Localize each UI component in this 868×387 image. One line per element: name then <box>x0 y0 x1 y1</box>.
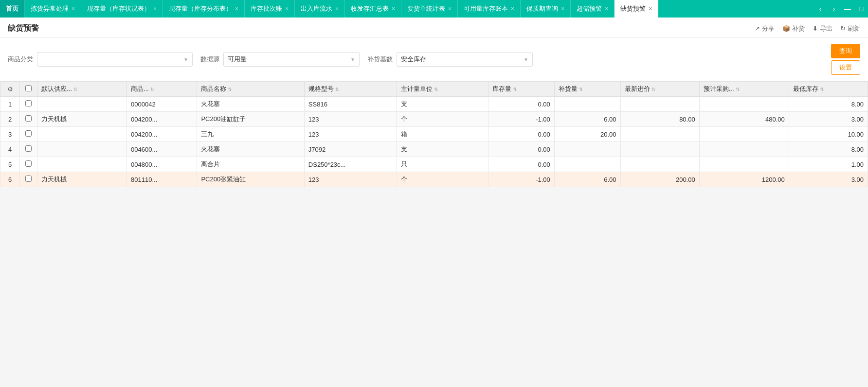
column-header-spec[interactable]: 规格型号⇅ <box>304 82 397 97</box>
column-header-unit[interactable]: 主计量单位⇅ <box>397 82 488 97</box>
supplement-button[interactable]: 📦 补货 <box>782 24 805 33</box>
tab-close-icon[interactable]: × <box>72 5 75 12</box>
tab-close-icon[interactable]: × <box>561 5 564 12</box>
column-header-latest-price[interactable]: 最新进价⇅ <box>620 82 699 97</box>
tab-label: 要货单统计表 <box>407 4 445 13</box>
cell-unit: 个 <box>397 172 488 187</box>
column-header-name[interactable]: 商品名称⇅ <box>197 82 304 97</box>
tab-出入库流水[interactable]: 出入库流水 × <box>295 0 345 18</box>
table-row: 1 0000042 火花塞 SS816 支 0.00 8.00 <box>0 97 868 112</box>
tab-close-icon[interactable]: × <box>335 5 339 12</box>
tab-label: 出入库流水 <box>301 4 332 13</box>
cell-code: 004200... <box>127 112 197 127</box>
tab-可用量库存账本[interactable]: 可用量库存账本 × <box>458 0 521 18</box>
row-checkbox[interactable] <box>25 100 32 106</box>
refresh-icon: ↻ <box>840 25 846 32</box>
tab-保质期查询[interactable]: 保质期查询 × <box>521 0 571 18</box>
tab-库存状况表[interactable]: 现存量（库存状况表） × <box>81 0 163 18</box>
column-header-min-stock[interactable]: 最低库存⇅ <box>789 82 868 97</box>
table-row: 2 力天机械 004200... PC200油缸缸子 123 个 -1.00 6… <box>0 112 868 127</box>
table-settings-icon[interactable]: ⚙ <box>4 86 16 93</box>
share-icon: ↗ <box>755 25 760 32</box>
table-header-row: ⚙ 默认供应...⇅ 商品...⇅ 商品名称⇅ 规格型号⇅ <box>0 82 868 97</box>
tab-close-icon[interactable]: × <box>448 5 452 12</box>
refresh-button[interactable]: ↻ 刷新 <box>840 24 860 33</box>
cell-spec: J7092 <box>304 142 397 157</box>
tab-close-icon[interactable]: × <box>605 5 608 12</box>
tab-minimize-button[interactable]: — <box>841 0 854 18</box>
cell-latest-price <box>620 142 699 157</box>
row-checkbox-cell <box>20 112 37 127</box>
table-container: ⚙ 默认供应...⇅ 商品...⇅ 商品名称⇅ 规格型号⇅ <box>0 81 868 187</box>
tab-超储预警[interactable]: 超储预警 × <box>571 0 615 18</box>
tab-maximize-button[interactable]: □ <box>854 0 868 18</box>
cell-name: 火花塞 <box>197 142 304 157</box>
cell-latest-price <box>620 127 699 142</box>
tab-label: 收发存汇总表 <box>351 4 389 13</box>
cell-replenish: 6.00 <box>554 112 620 127</box>
tab-异常处理[interactable]: 拣货异常处理 × <box>25 0 81 18</box>
row-checkbox[interactable] <box>25 130 32 137</box>
tab-close-icon[interactable]: × <box>649 5 652 12</box>
setting-button[interactable]: 设置 <box>831 60 860 75</box>
column-header-stock[interactable]: 库存量⇅ <box>488 82 555 97</box>
page-header: 缺货预警 ↗ 分享 📦 补货 ⬇ 导出 ↻ 刷新 <box>0 18 868 38</box>
column-header-code[interactable]: 商品...⇅ <box>127 82 197 97</box>
tab-scroll-right-button[interactable]: › <box>827 0 841 18</box>
cell-name: 三九 <box>197 127 304 142</box>
tab-批次账[interactable]: 库存批次账 × <box>245 0 295 18</box>
tab-close-icon[interactable]: × <box>511 5 514 12</box>
tab-home[interactable]: 首页 <box>0 0 25 18</box>
query-button[interactable]: 查询 <box>831 44 860 58</box>
cell-spec: 123 <box>304 172 397 187</box>
replenish-select[interactable]: 安全库存 ▼ <box>397 52 533 67</box>
tab-缺货预警[interactable]: 缺货预警 × <box>615 0 658 18</box>
column-header-replenish[interactable]: 补货量⇅ <box>554 82 620 97</box>
row-number: 5 <box>0 157 20 172</box>
tab-close-icon[interactable]: × <box>235 5 238 12</box>
row-checkbox[interactable] <box>25 115 32 122</box>
replenish-select-value: 安全库存 <box>401 55 426 64</box>
row-number: 3 <box>0 127 20 142</box>
cell-code: 004600... <box>127 142 197 157</box>
tab-close-icon[interactable]: × <box>392 5 395 12</box>
tab-要货单统计表[interactable]: 要货单统计表 × <box>401 0 458 18</box>
cell-replenish: 6.00 <box>554 172 620 187</box>
header-actions: ↗ 分享 📦 补货 ⬇ 导出 ↻ 刷新 <box>755 24 860 33</box>
row-checkbox[interactable] <box>25 160 32 167</box>
cell-min-stock: 1.00 <box>789 157 868 172</box>
cell-estimated: 480.00 <box>699 112 789 127</box>
cell-replenish <box>554 97 620 112</box>
tab-label: 现存量（库存分布表） <box>169 4 232 13</box>
table-row: 5 004800... 离合片 DS250*23c... 只 0.00 1.00 <box>0 157 868 172</box>
category-chevron-down-icon: ▼ <box>183 57 188 62</box>
row-checkbox[interactable] <box>25 176 32 182</box>
row-checkbox[interactable] <box>25 145 32 152</box>
tab-close-icon[interactable]: × <box>285 5 289 12</box>
tab-收发存汇总表[interactable]: 收发存汇总表 × <box>345 0 401 18</box>
column-header-estimated[interactable]: 预计采购...⇅ <box>699 82 789 97</box>
row-number: 1 <box>0 97 20 112</box>
column-header-supplier[interactable]: 默认供应...⇅ <box>37 82 127 97</box>
cell-min-stock: 10.00 <box>789 127 868 142</box>
refresh-label: 刷新 <box>848 24 860 33</box>
column-header-settings[interactable]: ⚙ <box>0 82 20 97</box>
select-all-checkbox[interactable] <box>25 85 32 91</box>
tab-库存分布表[interactable]: 现存量（库存分布表） × <box>163 0 245 18</box>
sort-icon: ⇅ <box>513 87 517 92</box>
row-number: 2 <box>0 112 20 127</box>
cell-supplier <box>37 142 127 157</box>
share-label: 分享 <box>762 24 775 33</box>
tab-close-icon[interactable]: × <box>153 5 157 12</box>
category-select[interactable]: ▼ <box>37 52 193 67</box>
page-title: 缺货预警 <box>8 23 39 34</box>
cell-supplier <box>37 127 127 142</box>
tab-home-label: 首页 <box>6 4 18 13</box>
tab-scroll-left-button[interactable]: ‹ <box>814 0 827 18</box>
cell-supplier: 力天机械 <box>37 172 127 187</box>
datasource-select[interactable]: 可用量 ▼ <box>223 52 360 67</box>
share-button[interactable]: ↗ 分享 <box>755 24 775 33</box>
export-button[interactable]: ⬇ 导出 <box>813 24 832 33</box>
cell-min-stock: 8.00 <box>789 142 868 157</box>
cell-supplier <box>37 97 127 112</box>
